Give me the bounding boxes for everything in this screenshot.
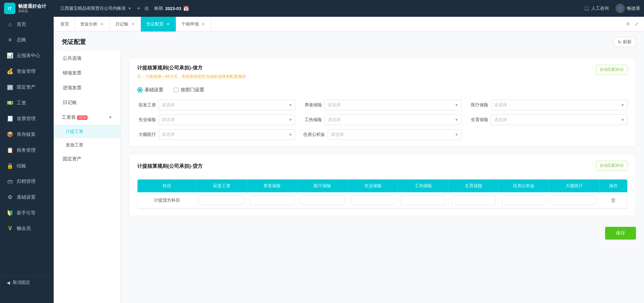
row-medical-cell[interactable]	[298, 192, 348, 208]
credit-auto-match-button[interactable]: 自动匹配科目	[596, 161, 628, 170]
sidebar-item-reports[interactable]: 📊 云报表中心	[0, 48, 54, 63]
tab-journal[interactable]: 日记账 ✕	[110, 17, 141, 32]
medical-select[interactable]: 请选择 ▼	[491, 100, 628, 110]
left-nav-fixed-assets[interactable]: 固定资产	[54, 152, 120, 166]
service-button[interactable]: 🎧 人工咨询	[584, 5, 609, 11]
row-salary-cell[interactable]	[197, 192, 247, 208]
pension-select-arrow: ▼	[455, 103, 459, 107]
tab-expand-icon[interactable]: ⤢	[634, 21, 639, 27]
row-unemployment-cell[interactable]	[348, 192, 398, 208]
calendar-icon[interactable]: 📅	[183, 6, 189, 11]
row-injury-cell[interactable]	[398, 192, 448, 208]
salary-select-arrow: ▼	[288, 103, 292, 107]
tax-icon: 📋	[7, 147, 13, 153]
tab-journal-close[interactable]: ✕	[130, 21, 135, 27]
sidebar-item-inventory[interactable]: 📦 库存核算	[0, 127, 54, 142]
injury-select[interactable]: 请选择 ▼	[325, 114, 461, 125]
sidebar-item-ledger[interactable]: ≡ 总账	[0, 32, 54, 48]
tab-fund-close[interactable]: ✕	[100, 21, 104, 27]
debit-auto-match-button[interactable]: 自动匹配科目	[596, 65, 628, 74]
sidebar-item-tax[interactable]: 📋 税务管理	[0, 142, 54, 158]
maternity-select[interactable]: 请选择 ▼	[491, 114, 628, 125]
large-medical-label: 大额医疗	[137, 132, 156, 138]
unemployment-select[interactable]: 请选择 ▼	[159, 114, 295, 125]
fixed-assets-icon: 🏢	[7, 84, 13, 90]
salary-select[interactable]: 请选择 ▼	[159, 100, 295, 110]
unemployment-label: 失业保险	[137, 117, 156, 123]
invoice-icon: 🧾	[7, 115, 13, 122]
tab-tax[interactable]: 个税申报 ✕	[176, 17, 211, 32]
company-selector[interactable]: 江西服宝精品有限责任公司内账张 ▼	[60, 5, 131, 11]
closing-icon: 🔒	[7, 163, 13, 169]
pension-select[interactable]: 请选择 ▼	[325, 100, 461, 110]
large-medical-select[interactable]: 请选择 ▼	[159, 129, 295, 140]
sidebar-item-payroll[interactable]: 💵 工资	[0, 95, 54, 111]
left-nav-payroll-sub[interactable]: 发放工资	[54, 138, 120, 152]
col-injury: 工伤保险	[398, 180, 448, 192]
sidebar-item-label: 畅会员	[17, 225, 31, 232]
sidebar-item-label: 新手引导	[17, 210, 36, 216]
tab-home[interactable]: 首页	[55, 17, 75, 32]
sidebar-item-vip[interactable]: V 畅会员	[0, 221, 54, 236]
row-subject-label: 计提贷方科目	[138, 192, 197, 208]
credit-table: 科目 应发工资 养老保险 医疗保险 失业保险 工伤保险 生育保险 住房公积金 大…	[137, 179, 628, 209]
row-large-medical-input[interactable]	[552, 196, 596, 205]
sidebar-item-home[interactable]: ⌂ 首页	[0, 17, 54, 32]
delete-row-icon[interactable]: 🗑	[611, 197, 616, 203]
left-nav-accrual[interactable]: 计提工资	[54, 125, 120, 138]
period-selector[interactable]: 账期 2023-03 📅	[154, 5, 189, 11]
home-icon: ⌂	[7, 21, 13, 28]
app-name: 畅捷通好会计	[18, 3, 46, 9]
tab-voucher-close[interactable]: ✕	[166, 21, 170, 27]
sidebar-item-settings[interactable]: ⚙ 基础设置	[0, 189, 54, 205]
sidebar-item-label: 云报表中心	[17, 53, 40, 59]
sidebar-item-fund[interactable]: 💰 资金管理	[0, 63, 54, 79]
sidebar-item-label: 资金管理	[17, 68, 36, 74]
sidebar-item-label: 归档管理	[17, 179, 36, 185]
save-bar: 保存	[129, 223, 636, 241]
table-row: 计提贷方科目	[138, 192, 627, 209]
left-nav-purchase[interactable]: 进项发票	[54, 81, 120, 95]
add-button[interactable]: +	[137, 5, 141, 12]
housing-fund-select[interactable]: 请选择 ▼	[328, 129, 461, 140]
sidebar-item-closing[interactable]: 🔒 结账	[0, 158, 54, 174]
ledger-icon: ≡	[7, 37, 13, 43]
refresh-button[interactable]: ↻ 刷新	[613, 37, 636, 47]
row-housing-input[interactable]	[501, 196, 546, 205]
table-header: 科目 应发工资 养老保险 医疗保险 失业保险 工伤保险 生育保险 住房公积金 大…	[138, 180, 627, 192]
col-maternity: 生育保险	[448, 180, 499, 192]
row-pension-input[interactable]	[250, 196, 294, 205]
row-medical-input[interactable]	[300, 196, 345, 205]
col-unemployment: 失业保险	[348, 180, 398, 192]
left-nav-payroll-group[interactable]: 工资表NEW ▼	[54, 110, 120, 125]
sidebar-item-invoice[interactable]: 🧾 发票管理	[0, 111, 54, 127]
medical-select-arrow: ▼	[621, 103, 625, 107]
row-maternity-input[interactable]	[451, 196, 496, 205]
radio-dept[interactable]: 按部门设置	[173, 87, 204, 93]
row-salary-input[interactable]	[200, 196, 244, 205]
row-op-cell[interactable]: 🗑	[599, 192, 627, 208]
row-maternity-cell[interactable]	[448, 192, 499, 208]
tab-voucher[interactable]: 凭证配置 ✕	[141, 17, 176, 32]
sidebar-item-fixed-assets[interactable]: 🏢 固定资产	[0, 79, 54, 95]
radio-basic[interactable]: 基础设置	[137, 87, 163, 93]
settings-icon[interactable]: ⚙	[144, 5, 149, 12]
sidebar-item-label: 发票管理	[17, 116, 36, 122]
sidebar-item-label: 工资	[17, 100, 26, 106]
row-pension-cell[interactable]	[247, 192, 298, 208]
save-button[interactable]: 保存	[605, 227, 636, 240]
tab-tax-close[interactable]: ✕	[201, 21, 206, 27]
sidebar-item-archive[interactable]: 🗃 归档管理	[0, 174, 54, 189]
row-injury-input[interactable]	[401, 196, 445, 205]
left-nav-journal[interactable]: 日记账	[54, 95, 120, 110]
cancel-fixed-button[interactable]: ◀ 取消固定	[0, 275, 54, 290]
left-nav-sales[interactable]: 销项发票	[54, 66, 120, 81]
row-large-medical-cell[interactable]	[549, 192, 599, 208]
left-nav-public[interactable]: 公共选项	[54, 51, 120, 66]
tab-close-all-icon[interactable]: ✕	[626, 21, 630, 27]
user-menu[interactable]: 👤 畅捷通	[615, 4, 640, 13]
row-housing-cell[interactable]	[499, 192, 549, 208]
row-unemployment-input[interactable]	[351, 196, 395, 205]
tab-fund[interactable]: 资金分析 ✕	[75, 17, 110, 32]
sidebar-item-guide[interactable]: 🔰 新手引导	[0, 205, 54, 221]
